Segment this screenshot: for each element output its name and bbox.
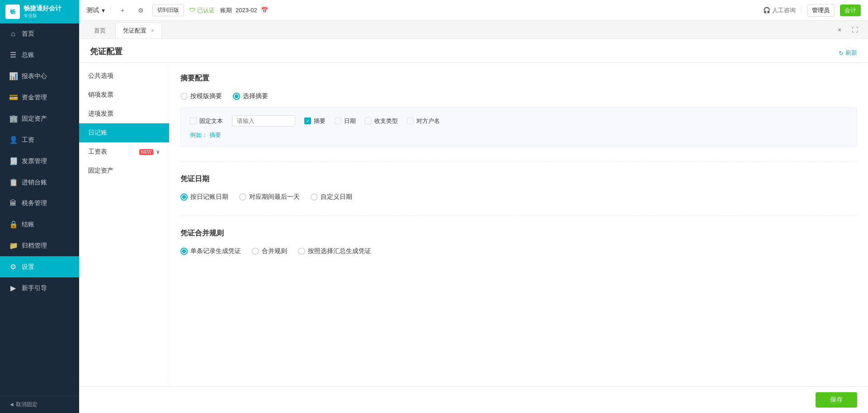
date-option-journal[interactable]: 按日记账日期 bbox=[180, 193, 228, 201]
merge-rule-radio-group: 单条记录生成凭证 合并规则 按照选择汇总生成凭证 bbox=[180, 247, 857, 255]
sidebar-collapse-btn[interactable]: ◄ 取消固定 bbox=[0, 396, 79, 413]
tab-voucher-config[interactable]: 凭证配置 × bbox=[115, 23, 162, 38]
left-nav: 公共选项 销项发票 进项发票 日记账 工资表 NEW bbox=[79, 63, 170, 386]
sidebar-item-capital[interactable]: 💳 资金管理 bbox=[0, 87, 79, 108]
radio-template bbox=[180, 93, 188, 100]
logo-main-text: 畅捷通好会计 bbox=[24, 5, 61, 13]
report-icon: 📊 bbox=[9, 72, 17, 80]
topbar-right: 🎧 人工咨询 管理员 会计 bbox=[763, 4, 861, 17]
shield-icon: 🛡 bbox=[189, 7, 195, 14]
checkbox-fixed-text[interactable]: 固定文本 bbox=[190, 117, 223, 125]
fixed-text-input[interactable] bbox=[232, 115, 295, 127]
section-divider-2 bbox=[180, 216, 857, 216]
archive-icon: 📁 bbox=[9, 241, 17, 250]
merge-option-single[interactable]: 单条记录生成凭证 bbox=[180, 247, 241, 255]
new-badge: NEW bbox=[139, 149, 153, 155]
sidebar-item-invoice[interactable]: 🧾 发票管理 bbox=[0, 150, 79, 172]
radio-by-selection bbox=[298, 248, 305, 255]
date-option-period-last[interactable]: 对应期间最后一天 bbox=[239, 193, 300, 201]
headset-icon: 🎧 bbox=[763, 7, 770, 14]
add-company-btn[interactable]: + bbox=[116, 4, 129, 17]
summary-config-box: 固定文本 ✓ 摘要 日期 bbox=[180, 108, 857, 147]
refresh-btn[interactable]: ↻ 刷新 bbox=[839, 49, 857, 62]
checkbox-date[interactable]: 日期 bbox=[335, 117, 356, 125]
admin-btn[interactable]: 管理员 bbox=[807, 4, 835, 17]
calendar-icon[interactable]: 📅 bbox=[261, 7, 268, 14]
consult-btn[interactable]: 🎧 人工咨询 bbox=[763, 6, 796, 14]
certified-badge: 🛡 已认证 bbox=[189, 6, 215, 14]
period-display: 账期 2023-02 📅 bbox=[220, 6, 268, 14]
voucher-date-radio-group: 按日记账日期 对应期间最后一天 自定义日期 bbox=[180, 193, 857, 201]
sidebar-logo: 畅 畅捷通好会计 专业版 bbox=[0, 0, 79, 23]
home-icon: ⌂ bbox=[9, 30, 17, 38]
sidebar-item-archive[interactable]: 📁 归档管理 bbox=[0, 235, 79, 256]
fixed-asset-icon: 🏢 bbox=[9, 114, 17, 123]
radio-period-last bbox=[239, 193, 246, 201]
checkbox-counterparty-box bbox=[407, 117, 414, 124]
summary-option-select[interactable]: 选择摘要 bbox=[233, 92, 268, 100]
page-title: 凭证配置 bbox=[90, 46, 123, 62]
topbar: 测试 ▾ + ⚙ 切到旧版 🛡 已认证 账期 2023-02 📅 bbox=[79, 0, 868, 21]
radio-journal-date bbox=[180, 193, 188, 201]
voucher-date-title: 凭证日期 bbox=[180, 174, 857, 184]
sidebar-item-home[interactable]: ⌂ 首页 bbox=[0, 23, 79, 44]
content-header: 凭证配置 ↻ 刷新 bbox=[79, 39, 868, 63]
checkbox-summary[interactable]: ✓ 摘要 bbox=[304, 117, 326, 125]
tab-home[interactable]: 首页 bbox=[86, 23, 113, 38]
close-ledger-icon: 🔒 bbox=[9, 220, 17, 229]
left-nav-item-purchase-invoice[interactable]: 进项发票 bbox=[79, 104, 169, 123]
tab-close-icon[interactable]: × bbox=[151, 28, 154, 34]
left-nav-item-fixed-assets[interactable]: 固定资产 bbox=[79, 161, 169, 180]
topbar-divider-2 bbox=[801, 6, 802, 15]
checkbox-counterparty[interactable]: 对方户名 bbox=[407, 117, 440, 125]
sidebar-item-report[interactable]: 📊 报表中心 bbox=[0, 66, 79, 87]
radio-select bbox=[233, 93, 240, 100]
summary-title: 摘要配置 bbox=[180, 74, 857, 83]
merge-rule-title: 凭证合并规则 bbox=[180, 229, 857, 238]
fullscreen-btn[interactable]: ⛶ bbox=[849, 24, 861, 36]
sidebar-item-guide[interactable]: ▶ 新手引导 bbox=[0, 277, 79, 299]
summary-option-template[interactable]: 按模版摘要 bbox=[180, 92, 222, 100]
merge-option-merge[interactable]: 合并规则 bbox=[252, 247, 287, 255]
settings-icon: ⚙ bbox=[9, 263, 17, 271]
tab-bar: 首页 凭证配置 × × ⛶ bbox=[79, 21, 868, 39]
sidebar-nav: ⌂ 首页 ☰ 总账 📊 报表中心 💳 资金管理 🏢 固定资产 👤 工资 bbox=[0, 23, 79, 396]
sidebar-item-settings[interactable]: ⚙ 设置 bbox=[0, 256, 79, 277]
content-area: 凭证配置 ↻ 刷新 公共选项 销项发票 进项发票 bbox=[79, 39, 868, 413]
company-dropdown-icon: ▾ bbox=[102, 7, 105, 14]
left-nav-item-journal[interactable]: 日记账 bbox=[79, 123, 169, 142]
company-selector[interactable]: 测试 ▾ bbox=[86, 6, 105, 14]
merge-rule-section: 凭证合并规则 单条记录生成凭证 合并规则 bbox=[180, 229, 857, 255]
checkbox-income-type[interactable]: 收支类型 bbox=[365, 117, 398, 125]
sidebar-item-payroll[interactable]: 👤 工资 bbox=[0, 129, 79, 150]
sidebar-item-purchase-sale[interactable]: 📋 进销台账 bbox=[0, 172, 79, 193]
checkbox-income-type-box bbox=[365, 117, 372, 124]
switch-old-version-btn[interactable]: 切到旧版 bbox=[152, 4, 184, 16]
checkbox-fixed-text-box bbox=[190, 117, 197, 124]
sidebar-item-close[interactable]: 🔒 结账 bbox=[0, 214, 79, 235]
capital-icon: 💳 bbox=[9, 93, 17, 102]
save-button[interactable]: 保存 bbox=[816, 392, 857, 408]
radio-single bbox=[180, 248, 188, 255]
left-nav-item-payroll-table[interactable]: 工资表 NEW ∨ bbox=[79, 142, 169, 161]
section-divider-1 bbox=[180, 161, 857, 162]
refresh-icon: ↻ bbox=[839, 50, 844, 56]
tab-bar-controls: × ⛶ bbox=[834, 24, 861, 36]
left-nav-item-sales-invoice[interactable]: 销项发票 bbox=[79, 85, 169, 104]
sidebar-item-fixed-asset[interactable]: 🏢 固定资产 bbox=[0, 108, 79, 129]
checkbox-date-box bbox=[335, 117, 341, 124]
role-btn[interactable]: 会计 bbox=[840, 5, 861, 16]
left-nav-item-public[interactable]: 公共选项 bbox=[79, 66, 169, 85]
date-option-custom[interactable]: 自定义日期 bbox=[311, 193, 352, 201]
radio-merge bbox=[252, 248, 259, 255]
sidebar-item-tax[interactable]: 🏛 税务管理 bbox=[0, 193, 79, 214]
sidebar: 畅 畅捷通好会计 专业版 ⌂ 首页 ☰ 总账 📊 报表中心 💳 资金管理 bbox=[0, 0, 79, 413]
merge-option-by-selection[interactable]: 按照选择汇总生成凭证 bbox=[298, 247, 371, 255]
sidebar-item-ledger[interactable]: ☰ 总账 bbox=[0, 44, 79, 66]
ledger-icon: ☰ bbox=[9, 51, 17, 59]
topbar-settings-btn[interactable]: ⚙ bbox=[134, 4, 147, 17]
tax-icon: 🏛 bbox=[9, 199, 17, 207]
right-panel: 摘要配置 按模版摘要 选择摘要 bbox=[170, 63, 868, 386]
close-tab-btn[interactable]: × bbox=[834, 24, 845, 36]
main-area: 测试 ▾ + ⚙ 切到旧版 🛡 已认证 账期 2023-02 📅 bbox=[79, 0, 868, 413]
